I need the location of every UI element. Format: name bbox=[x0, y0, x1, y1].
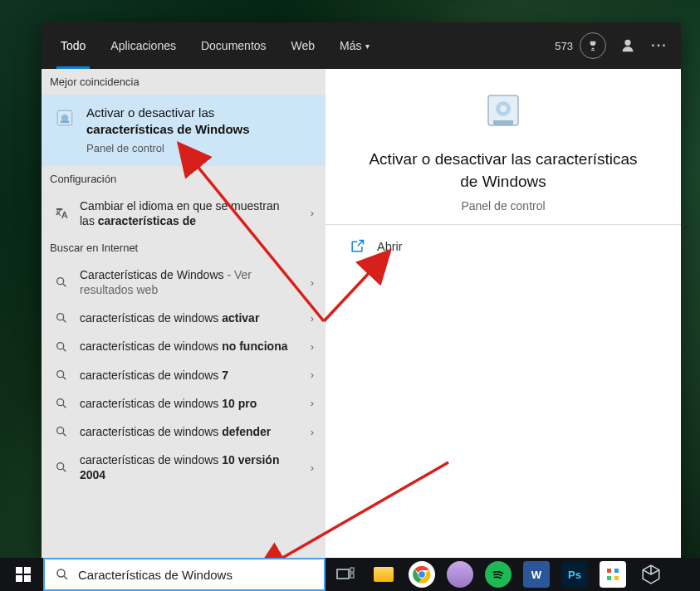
preview-title: Activar o desactivar las características… bbox=[345, 149, 661, 193]
svg-point-15 bbox=[57, 463, 64, 470]
search-icon bbox=[53, 461, 70, 474]
taskbar: W Ps bbox=[0, 558, 700, 591]
search-icon bbox=[53, 311, 70, 325]
web-result-item[interactable]: características de windows defender› bbox=[42, 418, 326, 446]
chevron-right-icon[interactable]: › bbox=[307, 276, 317, 289]
section-configuration: Configuración bbox=[42, 166, 326, 192]
generic-app-icon bbox=[600, 561, 626, 588]
svg-rect-31 bbox=[350, 568, 354, 572]
tab-documents[interactable]: Documentos bbox=[188, 22, 279, 69]
search-icon bbox=[53, 340, 70, 354]
open-action[interactable]: Abrir bbox=[326, 225, 681, 268]
tab-apps[interactable]: Aplicaciones bbox=[98, 22, 188, 69]
svg-point-5 bbox=[57, 314, 64, 320]
svg-line-29 bbox=[64, 576, 67, 579]
web-result-label: Características de Windows - Ver resulta… bbox=[80, 267, 297, 297]
search-input[interactable] bbox=[78, 568, 314, 582]
svg-line-12 bbox=[63, 405, 66, 408]
chevron-right-icon[interactable]: › bbox=[307, 207, 317, 219]
search-panel: Todo Aplicaciones Documentos Web Más ▾ 5… bbox=[42, 22, 681, 559]
chevron-right-icon[interactable]: › bbox=[307, 369, 317, 381]
chevron-right-icon[interactable]: › bbox=[307, 340, 317, 353]
search-icon bbox=[53, 276, 70, 289]
web-result-item[interactable]: características de windows activar› bbox=[42, 304, 326, 332]
search-icon bbox=[53, 425, 70, 438]
search-icon bbox=[53, 369, 70, 382]
tab-web-label: Web bbox=[291, 39, 316, 52]
chevron-right-icon[interactable]: › bbox=[307, 462, 317, 474]
web-result-item[interactable]: características de windows no funciona› bbox=[42, 332, 326, 360]
settings-item-language[interactable]: Cambiar el idioma en que se muestran las… bbox=[42, 192, 326, 235]
web-result-item[interactable]: características de windows 7› bbox=[42, 361, 326, 389]
cube-icon bbox=[640, 564, 662, 585]
web-result-label: características de windows 10 pro bbox=[80, 396, 297, 411]
chevron-right-icon[interactable]: › bbox=[307, 426, 317, 438]
svg-rect-38 bbox=[607, 576, 611, 580]
svg-line-14 bbox=[63, 433, 66, 436]
svg-point-3 bbox=[57, 278, 64, 285]
svg-rect-27 bbox=[24, 575, 31, 582]
svg-rect-36 bbox=[607, 569, 611, 573]
search-bar[interactable] bbox=[43, 558, 326, 591]
svg-rect-39 bbox=[614, 576, 619, 580]
spotify-icon bbox=[485, 561, 512, 588]
chevron-right-icon[interactable]: › bbox=[307, 397, 317, 409]
web-result-item[interactable]: Características de Windows - Ver resulta… bbox=[42, 261, 326, 304]
tab-web[interactable]: Web bbox=[279, 22, 328, 69]
svg-rect-37 bbox=[614, 569, 619, 573]
preview-pane: Activar o desactivar las características… bbox=[326, 69, 681, 559]
task-view-icon bbox=[336, 567, 355, 582]
web-result-label: características de windows no funciona bbox=[80, 339, 297, 354]
tab-more[interactable]: Más ▾ bbox=[327, 22, 381, 69]
app-button-1[interactable] bbox=[442, 558, 478, 591]
best-match-subtitle: Panel de control bbox=[86, 142, 250, 154]
start-button[interactable] bbox=[5, 558, 42, 591]
chevron-right-icon[interactable]: › bbox=[307, 312, 317, 325]
svg-point-1 bbox=[61, 115, 69, 122]
person-icon bbox=[619, 37, 637, 55]
svg-line-8 bbox=[63, 349, 66, 351]
app-button-3[interactable] bbox=[633, 558, 669, 591]
word-button[interactable]: W bbox=[518, 558, 555, 591]
web-result-item[interactable]: características de windows 10 pro› bbox=[42, 389, 326, 418]
file-explorer-button[interactable] bbox=[365, 558, 402, 591]
tab-apps-label: Aplicaciones bbox=[110, 39, 176, 52]
tab-documents-label: Documentos bbox=[201, 39, 267, 52]
rewards-button[interactable] bbox=[580, 32, 606, 59]
tab-bar: Todo Aplicaciones Documentos Web Más ▾ 5… bbox=[42, 22, 681, 69]
chrome-icon bbox=[409, 561, 435, 588]
svg-line-16 bbox=[63, 469, 66, 471]
svg-rect-26 bbox=[16, 575, 22, 582]
spotify-button[interactable] bbox=[480, 558, 516, 591]
app-button-2[interactable] bbox=[595, 558, 631, 591]
svg-point-13 bbox=[57, 427, 64, 434]
web-result-label: características de windows 10 versión 20… bbox=[80, 452, 297, 482]
windows-features-icon bbox=[53, 106, 76, 129]
svg-line-10 bbox=[63, 377, 66, 379]
svg-rect-32 bbox=[350, 574, 354, 578]
results-list: Mejor coincidencia Activar o desactivar … bbox=[42, 69, 326, 559]
more-options-button[interactable]: ··· bbox=[644, 31, 674, 61]
photoshop-button[interactable]: Ps bbox=[556, 558, 593, 591]
account-button[interactable] bbox=[614, 32, 641, 59]
svg-rect-2 bbox=[61, 121, 70, 124]
preview-subtitle: Panel de control bbox=[345, 199, 661, 212]
best-match-item[interactable]: Activar o desactivar las características… bbox=[42, 95, 326, 166]
search-icon bbox=[55, 567, 70, 582]
task-view-button[interactable] bbox=[327, 558, 364, 591]
svg-point-34 bbox=[419, 571, 425, 578]
folder-icon bbox=[374, 567, 394, 582]
svg-point-28 bbox=[57, 569, 65, 577]
svg-point-7 bbox=[57, 342, 64, 349]
open-label: Abrir bbox=[377, 240, 403, 253]
search-icon bbox=[53, 397, 70, 410]
chrome-button[interactable] bbox=[404, 558, 440, 591]
chevron-down-icon: ▾ bbox=[365, 42, 370, 51]
web-result-item[interactable]: características de windows 10 versión 20… bbox=[42, 446, 326, 489]
svg-line-6 bbox=[63, 320, 66, 322]
open-icon bbox=[349, 238, 365, 255]
svg-rect-30 bbox=[337, 569, 349, 579]
section-web-search: Buscar en Internet bbox=[42, 235, 326, 261]
language-icon bbox=[53, 206, 70, 221]
tab-all[interactable]: Todo bbox=[48, 22, 98, 69]
